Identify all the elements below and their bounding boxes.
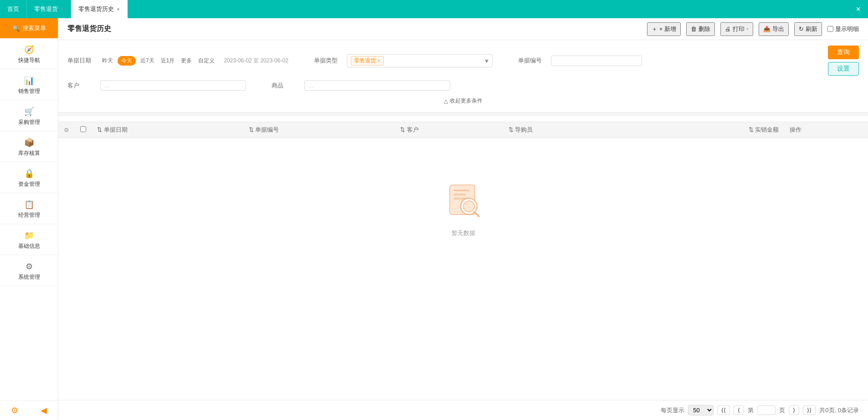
page-number-input[interactable]: 1	[757, 405, 776, 415]
order-no-input[interactable]	[551, 56, 642, 66]
prev-page-button[interactable]: ⟨	[734, 405, 744, 415]
sidebar-item-label: 经营管理	[18, 211, 40, 219]
refresh-button[interactable]: ↻ 刷新	[794, 22, 822, 36]
filter-actions: 查询 设置	[828, 46, 859, 76]
delete-button[interactable]: 🗑 删除	[686, 22, 715, 36]
table-header-row: ⚙ ⇅ 单据日期 ⇅ 单据编号 ⇅	[58, 122, 868, 138]
col-order-no[interactable]: ⇅ 单据编号	[243, 122, 395, 138]
sidebar-search[interactable]: 🔍 搜索菜单	[0, 18, 58, 38]
basic-info-icon: 📁	[24, 230, 34, 241]
svg-rect-1	[453, 190, 469, 191]
collapse-arrow-icon: △	[444, 98, 448, 104]
type-dropdown[interactable]: 零售退货 × ▾	[347, 54, 493, 67]
date-btn-1month[interactable]: 近1月	[159, 56, 177, 66]
tab-retail-return-close[interactable]: ×	[61, 6, 63, 12]
select-all-checkbox[interactable]	[80, 126, 86, 132]
display-label: 显示明细	[835, 25, 859, 33]
sidebar-item-label: 采购管理	[18, 118, 40, 126]
filter-area: 单据日期 昨天 今天 近7天 近1月 更多 自定义 2023-06-02 至 2…	[58, 40, 868, 113]
export-button[interactable]: 📤 导出	[759, 22, 789, 36]
set-button[interactable]: 设置	[828, 62, 859, 76]
first-page-button[interactable]: ⟨⟨	[717, 405, 730, 415]
sales-mgmt-icon: 📊	[24, 76, 34, 86]
tab-home[interactable]: 首页	[0, 0, 27, 18]
pagination: 每页显示 20 50 100 ⟨⟨ ⟨ 第 1 页 ⟩ ⟩⟩ 共0页, 0条记录	[58, 400, 868, 420]
sidebar-item-sales-mgmt[interactable]: 📊 销售管理	[0, 69, 58, 100]
type-tag-label: 零售退货	[354, 57, 376, 65]
sidebar-item-sys-mgmt[interactable]: ⚙ 系统管理	[0, 255, 58, 286]
sidebar-item-finance-mgmt[interactable]: 🔒 资金管理	[0, 162, 58, 193]
main-layout: 🔍 搜索菜单 🧭 快捷导航 📊 销售管理 🛒 采购管理 📦 库存核算 🔒 资金管…	[0, 18, 868, 420]
query-button[interactable]: 查询	[828, 46, 859, 59]
sidebar-bottom: ⚙ ◀	[0, 400, 58, 420]
sidebar-item-quick-nav[interactable]: 🧭 快捷导航	[0, 38, 58, 69]
customer-input[interactable]: ...	[100, 80, 246, 91]
col-action: 操作	[784, 122, 868, 138]
print-icon: 🖨	[725, 26, 731, 32]
page-header: 零售退货历史 ＋ + 新增 🗑 删除 🖨 打印 ▾ 📤 导出	[58, 18, 868, 40]
next-page-button[interactable]: ⟩	[789, 405, 799, 415]
ops-mgmt-icon: 📋	[24, 200, 34, 210]
goods-input[interactable]: ...	[304, 80, 450, 91]
collapse-label: 收起更多条件	[450, 97, 483, 105]
empty-text: 暂无数据	[452, 229, 475, 237]
tab-retail-return-history-close[interactable]: ×	[117, 6, 119, 12]
add-icon: ＋	[652, 25, 657, 33]
tab-retail-return[interactable]: 零售退货 ×	[27, 0, 71, 18]
filter-row-2: 客户 ... 商品 ...	[67, 80, 859, 91]
empty-state-row: 暂无数据	[58, 138, 868, 278]
goods-filter-label: 商品	[272, 82, 297, 90]
sidebar-item-ops-mgmt[interactable]: 📋 经营管理	[0, 193, 58, 224]
tab-home-label: 首页	[7, 5, 19, 13]
date-filter-label: 单据日期	[67, 56, 93, 65]
sidebar-item-label: 销售管理	[18, 87, 40, 95]
finance-mgmt-icon: 🔒	[24, 169, 34, 179]
table-toolbar	[58, 116, 868, 122]
sidebar-item-basic-info[interactable]: 📁 基础信息	[0, 224, 58, 255]
date-btn-yesterday[interactable]: 昨天	[100, 56, 115, 66]
quick-nav-icon: 🧭	[24, 45, 34, 55]
tab-retail-return-label: 零售退货	[34, 5, 58, 13]
sidebar-item-purchase-mgmt[interactable]: 🛒 采购管理	[0, 100, 58, 131]
total-label: 共0页, 0条记录	[819, 406, 859, 415]
date-btn-more[interactable]: 更多	[179, 56, 194, 66]
type-tag-close[interactable]: ×	[378, 58, 380, 63]
table-settings-col[interactable]: ⚙	[58, 122, 75, 138]
col-customer[interactable]: ⇅ 客户	[395, 122, 503, 138]
display-checkbox[interactable]	[827, 26, 833, 32]
sys-mgmt-icon: ⚙	[26, 261, 33, 271]
collapse-btn[interactable]: △ 收起更多条件	[67, 95, 859, 107]
goods-placeholder: ...	[308, 82, 313, 89]
sidebar-item-label: 系统管理	[18, 273, 40, 281]
collapse-sidebar-icon[interactable]: ◀	[41, 405, 47, 415]
type-filter-label: 单据类型	[314, 56, 339, 65]
top-bar-right: ×	[856, 0, 868, 18]
per-page-select[interactable]: 20 50 100	[688, 405, 714, 415]
date-btn-7days[interactable]: 近7天	[139, 56, 156, 66]
content-area: 零售退货历史 ＋ + 新增 🗑 删除 🖨 打印 ▾ 📤 导出	[58, 18, 868, 420]
col-date[interactable]: ⇅ 单据日期	[92, 122, 243, 138]
window-close-button[interactable]: ×	[856, 5, 861, 14]
top-bar: 首页 零售退货 × 零售退货历史 × ×	[0, 0, 868, 18]
settings-bottom-icon[interactable]: ⚙	[11, 405, 18, 415]
print-button[interactable]: 🖨 打印 ▾	[720, 22, 753, 36]
tab-retail-return-history[interactable]: 零售退货历史 ×	[71, 0, 127, 18]
page-label: 第	[748, 406, 754, 415]
toolbar: ＋ + 新增 🗑 删除 🖨 打印 ▾ 📤 导出 ↻	[647, 22, 859, 36]
export-icon: 📤	[763, 26, 770, 32]
last-page-button[interactable]: ⟩⟩	[803, 405, 816, 415]
order-no-label: 单据编号	[518, 56, 544, 65]
col-guide[interactable]: ⇅ 导购员	[503, 122, 633, 138]
table-checkbox-col[interactable]	[75, 122, 92, 138]
date-btn-today[interactable]: 今天	[118, 56, 136, 66]
sidebar-item-label: 库存核算	[18, 149, 40, 157]
empty-state: 暂无数据	[64, 142, 863, 274]
sidebar-item-inventory[interactable]: 📦 库存核算	[0, 131, 58, 162]
display-toggle[interactable]: 显示明细	[827, 25, 859, 33]
date-btn-custom[interactable]: 自定义	[196, 56, 216, 66]
delete-icon: 🗑	[691, 26, 697, 32]
inventory-icon: 📦	[24, 138, 34, 148]
svg-line-6	[474, 212, 479, 216]
add-button[interactable]: ＋ + 新增	[647, 22, 681, 36]
col-amount[interactable]: ⇅ 实销金额	[633, 122, 785, 138]
